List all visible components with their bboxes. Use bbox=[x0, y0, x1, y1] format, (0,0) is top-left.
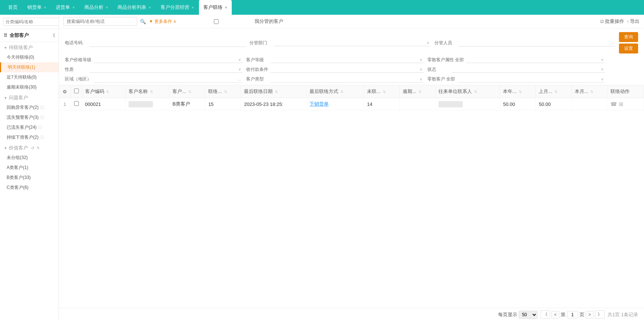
customers-table: ⚙ 客户编码 ⇅ 客户名称 ⇅ 客户... ⇅ 联络... ⇅ 最后联络日期 ⇅… bbox=[59, 85, 644, 110]
reset-btn[interactable]: 设置 bbox=[619, 44, 638, 54]
page-size-select[interactable]: 50 100 bbox=[519, 311, 538, 319]
sidebar-item-class-c[interactable]: C类客户(6) bbox=[0, 183, 59, 193]
close-icon[interactable]: × bbox=[72, 5, 74, 10]
nav-customer-tier[interactable]: 客户分层经营 × bbox=[156, 0, 198, 15]
filter-retail-customer: 零散客户 全部 ∨ bbox=[427, 76, 605, 83]
refresh-icon[interactable]: ↺ bbox=[31, 146, 34, 151]
page-input[interactable] bbox=[567, 311, 578, 318]
payment-select[interactable]: ∨ bbox=[270, 66, 424, 73]
nature-select[interactable]: ∨ bbox=[89, 66, 242, 73]
content-area: 🔍 ▼ 更多条件 ∧ 我分管的客户 ☑ 批量操作 ↑ 导出 bbox=[59, 15, 644, 321]
next-page-btn[interactable]: > bbox=[586, 311, 594, 318]
customer-grade-select[interactable]: ∨ bbox=[270, 56, 424, 63]
query-btn[interactable]: 查询 bbox=[619, 32, 638, 42]
row-checkbox-cell bbox=[71, 98, 82, 110]
retail-attr-select[interactable]: ∨ bbox=[466, 56, 605, 63]
close-icon[interactable]: × bbox=[225, 5, 227, 10]
batch-op-btn[interactable]: ☑ 批量操作 bbox=[600, 18, 624, 25]
action-buttons: ☑ 批量操作 ↑ 导出 bbox=[600, 18, 640, 25]
pagination-nav: 《 < 第 页 > 》 bbox=[540, 310, 605, 319]
col-last-month: 上月... ⇅ bbox=[536, 85, 571, 98]
more-conditions-btn[interactable]: ▼ 更多条件 ∧ bbox=[149, 18, 176, 25]
section-pending-contact: ▼ 待联络客户 bbox=[0, 42, 59, 52]
manager-dots[interactable]: ... bbox=[459, 39, 615, 46]
customer-code-cell: 000021 bbox=[82, 98, 126, 110]
overdue-cell bbox=[400, 98, 435, 110]
sidebar-item-ungrouped[interactable]: 未分组(32) bbox=[0, 153, 59, 163]
col-current-year: 本年... ⇅ bbox=[500, 85, 536, 98]
sidebar-item-7days-contact[interactable]: 近7天待联络(0) bbox=[0, 72, 59, 82]
filter-retail-attr: 零散客户属性 全部 ∨ bbox=[427, 56, 605, 63]
row-number: 1 bbox=[59, 98, 71, 110]
uncontacted-cell: 14 bbox=[364, 98, 400, 110]
nav-product-analysis[interactable]: 商品分析 × bbox=[80, 0, 112, 15]
sidebar-item-repurchase-abnormal[interactable]: 回购异常客户(2) ⓘ bbox=[0, 103, 59, 113]
sidebar-item-churn-warning[interactable]: 流失预警客户(3) ⓘ bbox=[0, 113, 59, 122]
status-select[interactable]: ∨ bbox=[452, 66, 605, 73]
nav-purchase-order[interactable]: 进货单 × bbox=[51, 0, 79, 15]
section-value-customers: ▼ 价值客户 ↺ ✎ bbox=[0, 142, 59, 153]
select-all-checkbox[interactable] bbox=[74, 89, 79, 93]
col-customer-name: 客户名称 ⇅ bbox=[126, 85, 169, 98]
filter-row-4: 区域（地区） ... 客户类型 ∨ 零散客户 全部 ∨ bbox=[65, 76, 638, 83]
current-month-cell bbox=[571, 98, 607, 110]
last-contact-date-cell: 2023-05-23 18:25: bbox=[241, 98, 306, 110]
phone-action-icon[interactable]: ☎ bbox=[610, 101, 617, 107]
filter-row-2: 客户价格等级 ∨ 客户等级 ∨ 零散客户属性 全部 ∨ bbox=[65, 56, 638, 63]
customer-name-cell bbox=[126, 98, 169, 110]
close-icon[interactable]: × bbox=[192, 5, 194, 10]
sidebar-item-class-a[interactable]: A类客户(1) bbox=[0, 163, 59, 173]
search-input[interactable] bbox=[63, 17, 137, 26]
gear-column-header[interactable]: ⚙ bbox=[59, 85, 71, 98]
all-customers-item[interactable]: ⠿ 全部客户 《 bbox=[0, 29, 59, 42]
action-cell: ☎ ⊞ bbox=[607, 98, 644, 110]
sidebar-item-declining[interactable]: 持续下滑客户(2) ⓘ bbox=[0, 132, 59, 142]
close-icon[interactable]: × bbox=[44, 5, 46, 10]
filter-payment: 收付款条件 ∨ bbox=[246, 66, 424, 73]
gear-icon[interactable]: ⚙ bbox=[63, 89, 67, 94]
sidebar-item-churned[interactable]: 已流失客户(24) ⓘ bbox=[0, 122, 59, 132]
col-customer-code: 客户编码 ⇅ bbox=[82, 85, 126, 98]
last-month-cell: 50.00 bbox=[536, 98, 571, 110]
filter-price-grade: 客户价格等级 ∨ bbox=[65, 56, 242, 63]
filter-bar: 🔍 ▼ 更多条件 ∧ 我分管的客户 ☑ 批量操作 ↑ 导出 bbox=[59, 15, 644, 28]
nav-sales-order[interactable]: 销货单 × bbox=[23, 0, 50, 15]
phone-input[interactable] bbox=[89, 39, 246, 47]
nav-product-analysis-list[interactable]: 商品分析列表 × bbox=[113, 0, 155, 15]
contact-count-cell: 15 bbox=[205, 98, 241, 110]
first-page-btn[interactable]: 《 bbox=[540, 310, 550, 319]
more-action-icon[interactable]: ⊞ bbox=[619, 101, 623, 107]
edit-icon[interactable]: ✎ bbox=[36, 146, 40, 151]
retail-customer-select[interactable]: ∨ bbox=[457, 76, 605, 83]
contact-method-link[interactable]: 下销货单 bbox=[309, 101, 329, 107]
price-grade-select[interactable]: ∨ bbox=[94, 56, 242, 63]
sidebar-item-tomorrow-contact[interactable]: 明天待联络(1) bbox=[0, 62, 59, 72]
filter-search-icon[interactable]: 🔍 bbox=[140, 19, 146, 24]
col-contacts: 往来单位联系人 ⇅ bbox=[435, 85, 500, 98]
my-customers-check[interactable] bbox=[179, 19, 253, 24]
sidebar-item-today-contact[interactable]: 今天待联络(0) bbox=[0, 52, 59, 62]
my-customers-checkbox[interactable]: 我分管的客户 bbox=[179, 18, 283, 25]
customer-name-blurred bbox=[129, 101, 153, 107]
filter-nature: 性质 ∨ bbox=[65, 66, 242, 73]
export-btn[interactable]: ↑ 导出 bbox=[627, 18, 640, 25]
filter-dept: 分管部门 ∨ bbox=[249, 39, 430, 46]
nav-customer-contact[interactable]: 客户联络 × bbox=[199, 0, 231, 15]
collapse-icon: 《 bbox=[51, 33, 55, 38]
sidebar-search-input[interactable] bbox=[3, 18, 59, 26]
customer-type-select[interactable]: ∨ bbox=[270, 76, 424, 83]
region-dots[interactable]: ... bbox=[94, 76, 242, 83]
nav-home[interactable]: 首页 bbox=[4, 0, 22, 15]
close-icon[interactable]: × bbox=[106, 5, 108, 10]
last-page-btn[interactable]: 》 bbox=[595, 310, 605, 319]
checkbox-column-header bbox=[71, 85, 82, 98]
filter-status: 状态 ∨ bbox=[427, 66, 605, 73]
col-overdue: 逾期... ⇅ bbox=[400, 85, 435, 98]
filter-customer-grade: 客户等级 ∨ bbox=[246, 56, 424, 63]
sidebar-item-class-b[interactable]: B类客户(33) bbox=[0, 173, 59, 183]
prev-page-btn[interactable]: < bbox=[552, 311, 559, 318]
dept-select[interactable]: ∨ bbox=[274, 39, 430, 46]
row-checkbox[interactable] bbox=[74, 101, 79, 106]
close-icon[interactable]: × bbox=[148, 5, 151, 10]
sidebar-item-overdue-contact[interactable]: 逾期未联络(30) bbox=[0, 82, 59, 92]
